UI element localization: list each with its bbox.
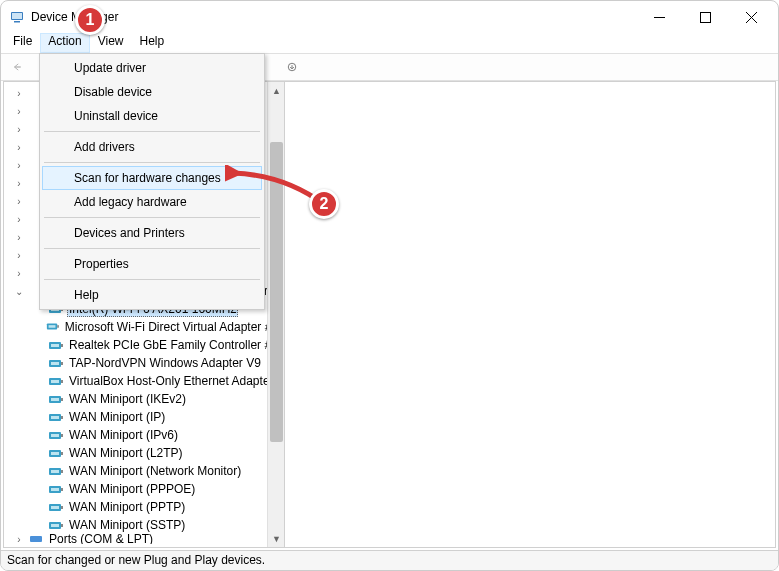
menu-action[interactable]: Action [40, 33, 89, 53]
svg-rect-36 [61, 452, 63, 455]
tree-category-ports[interactable]: › Ports (COM & LPT) [4, 534, 284, 544]
menu-view[interactable]: View [90, 33, 132, 53]
menu-uninstall-device[interactable]: Uninstall device [42, 104, 262, 128]
chevron-right-icon[interactable]: › [12, 106, 26, 117]
device-label: WAN Miniport (SSTP) [67, 518, 187, 532]
network-adapter-icon [48, 338, 64, 352]
menu-separator [44, 131, 260, 132]
menu-add-drivers[interactable]: Add drivers [42, 135, 262, 159]
network-adapter-icon [48, 500, 64, 514]
menu-properties[interactable]: Properties [42, 252, 262, 276]
tree-device-item[interactable]: Realtek PCIe GbE Family Controller #2 [4, 336, 284, 354]
network-adapter-icon [48, 446, 64, 460]
window-title: Device Manager [31, 10, 636, 24]
menu-help[interactable]: Help [42, 283, 262, 307]
scroll-up-icon[interactable]: ▲ [268, 82, 284, 99]
menu-file[interactable]: File [5, 33, 40, 53]
svg-rect-35 [51, 452, 59, 455]
tree-device-item[interactable]: WAN Miniport (IP) [4, 408, 284, 426]
svg-rect-44 [51, 506, 59, 509]
vertical-scrollbar[interactable]: ▲ ▼ [267, 82, 284, 547]
svg-rect-4 [700, 12, 710, 22]
menu-separator [44, 162, 260, 163]
svg-rect-33 [61, 434, 63, 437]
menu-add-legacy[interactable]: Add legacy hardware [42, 190, 262, 214]
chevron-right-icon[interactable]: › [12, 160, 26, 171]
tree-device-item[interactable]: WAN Miniport (SSTP) [4, 516, 284, 534]
scroll-thumb[interactable] [270, 142, 283, 442]
svg-rect-47 [51, 524, 59, 527]
svg-rect-38 [51, 470, 59, 473]
statusbar: Scan for changed or new Plug and Play de… [1, 550, 778, 570]
back-button[interactable] [5, 56, 29, 78]
menu-scan-hardware[interactable]: Scan for hardware changes [42, 166, 262, 190]
tree-device-item[interactable]: Microsoft Wi-Fi Direct Virtual Adapter #… [4, 318, 284, 336]
tree-device-item[interactable]: WAN Miniport (PPTP) [4, 498, 284, 516]
device-label: Realtek PCIe GbE Family Controller #2 [67, 338, 280, 352]
tree-device-item[interactable]: WAN Miniport (PPPOE) [4, 480, 284, 498]
network-adapter-icon [48, 392, 64, 406]
ports-icon [28, 534, 44, 544]
status-text: Scan for changed or new Plug and Play de… [7, 553, 265, 567]
chevron-right-icon[interactable]: › [12, 250, 26, 261]
toolbar-button[interactable] [280, 56, 304, 78]
device-label: WAN Miniport (PPTP) [67, 500, 187, 514]
tree-device-item[interactable]: WAN Miniport (IPv6) [4, 426, 284, 444]
chevron-right-icon[interactable]: › [12, 196, 26, 207]
device-label: WAN Miniport (PPPOE) [67, 482, 197, 496]
svg-rect-18 [61, 344, 63, 347]
splitter[interactable] [284, 82, 288, 547]
chevron-right-icon[interactable]: › [12, 88, 26, 99]
category-label: Ports (COM & LPT) [47, 534, 155, 544]
action-menu-dropdown: Update driver Disable device Uninstall d… [39, 53, 265, 310]
device-label: WAN Miniport (IPv6) [67, 428, 180, 442]
scroll-down-icon[interactable]: ▼ [268, 530, 284, 547]
app-icon [9, 9, 25, 25]
network-adapter-icon [48, 482, 64, 496]
chevron-right-icon[interactable]: › [12, 142, 26, 153]
svg-rect-21 [61, 362, 63, 365]
chevron-right-icon[interactable]: › [12, 268, 26, 279]
network-adapter-icon [48, 428, 64, 442]
chevron-right-icon[interactable]: › [12, 534, 26, 544]
menu-disable-device[interactable]: Disable device [42, 80, 262, 104]
device-label: VirtualBox Host-Only Ethernet Adapter [67, 374, 276, 388]
svg-rect-14 [49, 325, 56, 328]
tree-device-item[interactable]: VirtualBox Host-Only Ethernet Adapter [4, 372, 284, 390]
maximize-button[interactable] [682, 1, 728, 33]
chevron-down-icon[interactable]: ⌄ [12, 286, 26, 297]
device-label: WAN Miniport (L2TP) [67, 446, 185, 460]
close-button[interactable] [728, 1, 774, 33]
menu-devices-printers[interactable]: Devices and Printers [42, 221, 262, 245]
device-label: WAN Miniport (IKEv2) [67, 392, 188, 406]
menu-separator [44, 248, 260, 249]
chevron-right-icon[interactable]: › [12, 232, 26, 243]
tree-device-item[interactable]: WAN Miniport (IKEv2) [4, 390, 284, 408]
network-adapter-icon [48, 464, 64, 478]
annotation-badge-1: 1 [75, 5, 105, 35]
menu-separator [44, 279, 260, 280]
chevron-right-icon[interactable]: › [12, 214, 26, 225]
svg-rect-15 [57, 325, 59, 328]
tree-device-item[interactable]: WAN Miniport (Network Monitor) [4, 462, 284, 480]
annotation-badge-2: 2 [309, 189, 339, 219]
device-label: WAN Miniport (Network Monitor) [67, 464, 243, 478]
tree-device-item[interactable]: WAN Miniport (L2TP) [4, 444, 284, 462]
minimize-button[interactable] [636, 1, 682, 33]
menu-separator [44, 217, 260, 218]
network-adapter-icon [48, 374, 64, 388]
svg-rect-1 [14, 21, 20, 23]
device-label: Microsoft Wi-Fi Direct Virtual Adapter #… [63, 320, 280, 334]
svg-rect-24 [61, 380, 63, 383]
svg-rect-17 [51, 344, 59, 347]
chevron-right-icon[interactable]: › [12, 178, 26, 189]
svg-rect-2 [12, 13, 22, 19]
chevron-right-icon[interactable]: › [12, 124, 26, 135]
tree-device-item[interactable]: TAP-NordVPN Windows Adapter V9 [4, 354, 284, 372]
menu-help[interactable]: Help [132, 33, 173, 53]
svg-rect-26 [51, 398, 59, 401]
svg-rect-20 [51, 362, 59, 365]
svg-rect-48 [61, 524, 63, 527]
svg-rect-27 [61, 398, 63, 401]
menu-update-driver[interactable]: Update driver [42, 56, 262, 80]
